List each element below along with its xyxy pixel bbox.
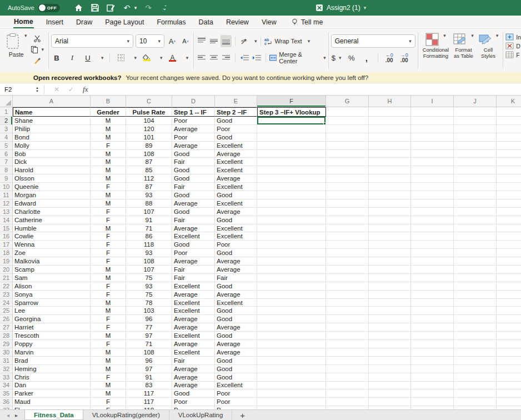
- cell-F17[interactable]: [257, 241, 326, 249]
- cell-J8[interactable]: [454, 166, 497, 174]
- cell-B28[interactable]: M: [91, 332, 126, 340]
- cell-J28[interactable]: [454, 332, 497, 340]
- cell-I8[interactable]: [411, 166, 454, 174]
- cell-E33[interactable]: Good: [215, 373, 257, 382]
- cell-D13[interactable]: Good: [172, 208, 215, 216]
- cell-G11[interactable]: [326, 191, 369, 199]
- cell-J21[interactable]: [454, 274, 497, 282]
- cell-J5[interactable]: [454, 142, 497, 150]
- cell-J18[interactable]: [454, 249, 497, 257]
- cell-H15[interactable]: [369, 224, 411, 233]
- cell-B29[interactable]: F: [91, 340, 126, 348]
- cell-B2[interactable]: M: [91, 117, 126, 125]
- cell-H35[interactable]: [369, 389, 411, 398]
- cell-H34[interactable]: [369, 382, 411, 390]
- cell-I17[interactable]: [411, 241, 454, 249]
- cell-H13[interactable]: [369, 208, 411, 216]
- underline-chevron-icon[interactable]: ▾: [101, 55, 104, 61]
- cell-F25[interactable]: [257, 307, 326, 315]
- cell-G15[interactable]: [326, 224, 369, 233]
- tab-page-layout[interactable]: Page Layout: [104, 17, 144, 28]
- cell-I35[interactable]: [411, 389, 454, 398]
- insert-cells-button[interactable]: In: [505, 33, 521, 41]
- bold-button[interactable]: B: [51, 52, 62, 64]
- cell-D32[interactable]: Average: [172, 365, 215, 373]
- row-header-15[interactable]: 15: [0, 224, 13, 233]
- undo-chevron-icon[interactable]: ▾: [134, 5, 137, 11]
- cell-F8[interactable]: [257, 166, 326, 174]
- cell-I7[interactable]: [411, 158, 454, 166]
- cell-J33[interactable]: [454, 373, 497, 382]
- row-header-36[interactable]: 36: [0, 398, 13, 406]
- cell-E8[interactable]: Excellent: [215, 166, 257, 174]
- cell-A35[interactable]: Parker: [13, 389, 91, 398]
- cell-K6[interactable]: [497, 150, 521, 158]
- row-header-31[interactable]: 31: [0, 357, 13, 365]
- cell-E5[interactable]: Excellent: [215, 142, 257, 150]
- cell-E11[interactable]: Good: [215, 191, 257, 199]
- cell-D5[interactable]: Average: [172, 142, 215, 150]
- row-header-30[interactable]: 30: [0, 348, 13, 357]
- cell-F19[interactable]: [257, 257, 326, 266]
- cell-K8[interactable]: [497, 166, 521, 174]
- home-icon[interactable]: [74, 3, 83, 12]
- cell-E12[interactable]: Excellent: [215, 199, 257, 208]
- cell-C23[interactable]: 75: [126, 291, 172, 299]
- tell-me-button[interactable]: Tell me: [291, 18, 323, 26]
- cell-C18[interactable]: 93: [126, 249, 172, 257]
- cell-D7[interactable]: Fair: [172, 158, 215, 166]
- cell-K35[interactable]: [497, 389, 521, 398]
- cell-C20[interactable]: 107: [126, 266, 172, 274]
- borders-button[interactable]: [116, 52, 127, 64]
- cell-K22[interactable]: [497, 282, 521, 291]
- cell-A6[interactable]: Bob: [13, 150, 91, 158]
- cell-K2[interactable]: [497, 117, 521, 125]
- cell-J24[interactable]: [454, 299, 497, 307]
- cell-D17[interactable]: Good: [172, 241, 215, 249]
- cell-D4[interactable]: Poor: [172, 133, 215, 142]
- cell-F34[interactable]: [257, 382, 326, 390]
- increase-indent-button[interactable]: [251, 52, 262, 64]
- align-center-button[interactable]: [208, 52, 219, 64]
- column-header-C[interactable]: C: [126, 96, 172, 107]
- merge-center-button[interactable]: Merge & Center ▾: [269, 52, 326, 64]
- row-header-33[interactable]: 33: [0, 373, 13, 382]
- cell-A20[interactable]: Scamp: [13, 266, 91, 274]
- cell-H31[interactable]: [369, 357, 411, 365]
- cell-A33[interactable]: Chris: [13, 373, 91, 382]
- cell-G5[interactable]: [326, 142, 369, 150]
- cell-A2[interactable]: Shane: [13, 117, 91, 125]
- cell-H12[interactable]: [369, 199, 411, 208]
- cell-B21[interactable]: M: [91, 274, 126, 282]
- row-header-24[interactable]: 24: [0, 299, 13, 307]
- cell-J26[interactable]: [454, 315, 497, 323]
- cell-F21[interactable]: [257, 274, 326, 282]
- edit-workbook-icon[interactable]: [107, 3, 116, 12]
- cell-F11[interactable]: [257, 191, 326, 199]
- cell-H4[interactable]: [369, 133, 411, 142]
- cell-I19[interactable]: [411, 257, 454, 266]
- align-left-button[interactable]: [196, 52, 207, 64]
- cell-F1[interactable]: Step 3 –IF+ Vlookup: [257, 107, 326, 117]
- column-header-D[interactable]: D: [172, 96, 215, 107]
- cell-H5[interactable]: [369, 142, 411, 150]
- cell-J4[interactable]: [454, 133, 497, 142]
- cell-J27[interactable]: [454, 323, 497, 332]
- cell-C28[interactable]: 97: [126, 332, 172, 340]
- column-header-F[interactable]: F: [257, 96, 326, 107]
- cell-B25[interactable]: M: [91, 307, 126, 315]
- cell-E18[interactable]: Good: [215, 249, 257, 257]
- cell-E22[interactable]: Good: [215, 282, 257, 291]
- cell-J31[interactable]: [454, 357, 497, 365]
- cell-E2[interactable]: Good: [215, 117, 257, 125]
- cell-A5[interactable]: Molly: [13, 142, 91, 150]
- cell-K9[interactable]: [497, 174, 521, 183]
- cell-K1[interactable]: [497, 107, 521, 117]
- cell-I30[interactable]: [411, 348, 454, 357]
- cell-F15[interactable]: [257, 224, 326, 233]
- cell-C33[interactable]: 91: [126, 373, 172, 382]
- cell-E25[interactable]: Good: [215, 307, 257, 315]
- cell-K11[interactable]: [497, 191, 521, 199]
- cell-G21[interactable]: [326, 274, 369, 282]
- cell-G7[interactable]: [326, 158, 369, 166]
